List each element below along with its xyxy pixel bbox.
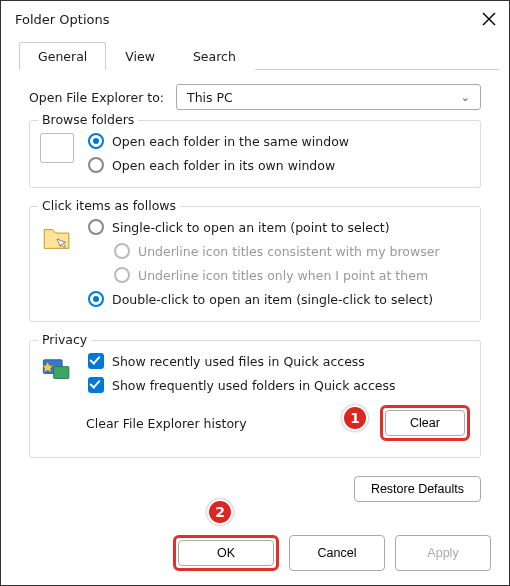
annotation-badge-2: 2 xyxy=(207,499,233,525)
check-label: Show frequently used folders in Quick ac… xyxy=(112,378,395,393)
radio-dot-icon xyxy=(88,219,104,235)
group-click-items: Click items as follows Single-click to o… xyxy=(29,206,481,322)
radio-dot-icon xyxy=(88,157,104,173)
open-explorer-value: This PC xyxy=(187,90,233,105)
window-title: Folder Options xyxy=(15,12,109,27)
dialog-footer: 2 OK Cancel Apply xyxy=(19,535,491,571)
radio-underline-browser: Underline icon titles consistent with my… xyxy=(114,243,470,259)
svg-rect-4 xyxy=(54,367,69,379)
checkbox-icon xyxy=(88,353,104,369)
radio-dot-icon xyxy=(88,291,104,307)
tab-search[interactable]: Search xyxy=(174,42,255,70)
radio-label: Underline icon titles only when I point … xyxy=(138,268,428,283)
ok-button[interactable]: OK xyxy=(178,540,274,566)
group-privacy: Privacy Show recently used files in Quic… xyxy=(29,340,481,458)
annotation-box-2: OK xyxy=(173,535,279,571)
group-title-privacy: Privacy xyxy=(38,332,91,347)
radio-label: Open each folder in the same window xyxy=(112,134,349,149)
annotation-box-1: Clear xyxy=(380,405,470,441)
close-icon[interactable] xyxy=(481,11,497,27)
open-explorer-label: Open File Explorer to: xyxy=(29,90,164,105)
radio-dot-icon xyxy=(114,243,130,259)
apply-button: Apply xyxy=(395,535,491,571)
chevron-down-icon: ⌄ xyxy=(461,91,470,104)
check-recent-files[interactable]: Show recently used files in Quick access xyxy=(88,353,470,369)
tabs: General View Search xyxy=(19,41,499,70)
browse-folders-icon xyxy=(40,133,74,163)
tab-view[interactable]: View xyxy=(106,42,174,70)
radio-underline-point: Underline icon titles only when I point … xyxy=(114,267,470,283)
folder-cursor-icon xyxy=(40,221,74,257)
group-title-browse: Browse folders xyxy=(38,112,138,127)
tab-general[interactable]: General xyxy=(19,42,106,70)
group-browse-folders: Browse folders Open each folder in the s… xyxy=(29,120,481,188)
radio-single-click[interactable]: Single-click to open an item (point to s… xyxy=(88,219,470,235)
radio-double-click[interactable]: Double-click to open an item (single-cli… xyxy=(88,291,470,307)
radio-label: Underline icon titles consistent with my… xyxy=(138,244,440,259)
group-title-click: Click items as follows xyxy=(38,198,180,213)
clear-button[interactable]: Clear xyxy=(385,410,465,436)
radio-dot-icon xyxy=(88,133,104,149)
radio-own-window[interactable]: Open each folder in its own window xyxy=(88,157,470,173)
radio-dot-icon xyxy=(114,267,130,283)
radio-label: Double-click to open an item (single-cli… xyxy=(112,292,433,307)
open-explorer-select[interactable]: This PC ⌄ xyxy=(176,84,481,110)
radio-label: Open each folder in its own window xyxy=(112,158,335,173)
checkbox-icon xyxy=(88,377,104,393)
clear-history-label: Clear File Explorer history xyxy=(86,416,247,431)
annotation-badge-1: 1 xyxy=(342,405,368,431)
check-frequent-folders[interactable]: Show frequently used folders in Quick ac… xyxy=(88,377,470,393)
restore-defaults-button[interactable]: Restore Defaults xyxy=(354,476,481,502)
radio-same-window[interactable]: Open each folder in the same window xyxy=(88,133,470,149)
quick-access-icon xyxy=(40,353,74,389)
cancel-button[interactable]: Cancel xyxy=(289,535,385,571)
radio-label: Single-click to open an item (point to s… xyxy=(112,220,390,235)
check-label: Show recently used files in Quick access xyxy=(112,354,365,369)
